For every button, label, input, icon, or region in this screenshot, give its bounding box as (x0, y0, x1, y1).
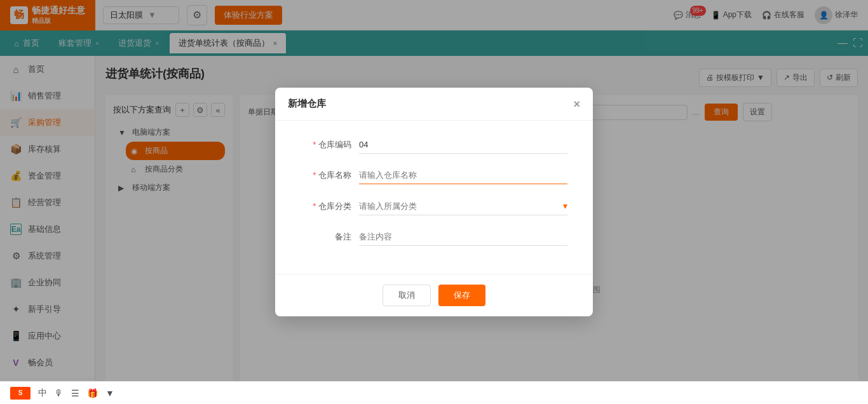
modal-close-button[interactable]: × (573, 98, 580, 110)
modal-title: 新增仓库 (288, 98, 326, 110)
form-row-note: 备注 (301, 228, 567, 246)
bottom-logo-text: S (18, 389, 23, 396)
warehouse-name-label: 仓库名称 (301, 170, 351, 181)
cancel-button[interactable]: 取消 (383, 285, 431, 306)
warehouse-category-select[interactable]: ▾ (359, 197, 567, 215)
modal-footer: 取消 保存 (275, 274, 593, 316)
bottom-icon-menu[interactable]: ☰ (71, 388, 79, 398)
bottom-logo: S (10, 387, 31, 400)
bottom-bar: S 中 🎙 ☰ 🎁 ▼ (0, 381, 868, 404)
bottom-icon-mic[interactable]: 🎙 (55, 388, 64, 398)
bottom-icon-gift[interactable]: 🎁 (87, 388, 98, 398)
warehouse-note-label: 备注 (301, 231, 351, 243)
modal-new-warehouse: 新增仓库 × 仓库编码 仓库名称 仓库分类 ▾ (275, 88, 593, 316)
warehouse-code-label: 仓库编码 (301, 139, 351, 151)
form-row-name: 仓库名称 (301, 166, 567, 184)
modal-body: 仓库编码 仓库名称 仓库分类 ▾ 备注 (275, 121, 593, 274)
warehouse-note-input[interactable] (359, 228, 567, 246)
warehouse-name-input[interactable] (359, 166, 567, 184)
modal-overlay[interactable]: 新增仓库 × 仓库编码 仓库名称 仓库分类 ▾ (0, 0, 868, 404)
form-row-code: 仓库编码 (301, 136, 567, 154)
bottom-icon-zh[interactable]: 中 (38, 387, 47, 399)
bottom-icon-arrow[interactable]: ▼ (105, 388, 114, 398)
warehouse-category-label: 仓库分类 (301, 201, 351, 212)
form-row-category: 仓库分类 ▾ (301, 197, 567, 215)
save-button[interactable]: 保存 (438, 285, 485, 306)
warehouse-category-input[interactable] (359, 201, 563, 211)
category-dropdown-icon: ▾ (563, 201, 567, 211)
warehouse-code-input[interactable] (359, 136, 567, 154)
modal-header: 新增仓库 × (275, 88, 593, 121)
